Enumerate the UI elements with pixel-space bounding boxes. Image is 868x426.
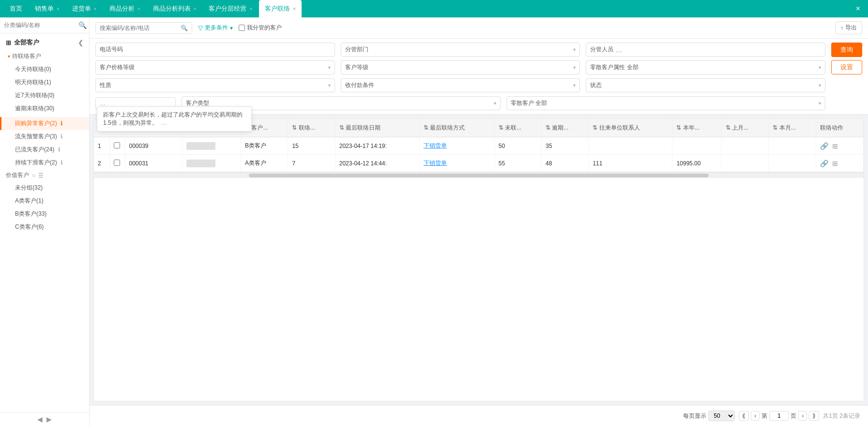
filter-panel: 电话号码 分管部门 ▾ 分管人员 … [90, 39, 868, 115]
scrollbar-thumb[interactable] [249, 174, 708, 177]
edit-icon[interactable]: ○ [32, 172, 35, 179]
sidebar-item-c-class[interactable]: C类客户(6) [0, 220, 89, 234]
nav-close-customer-tier[interactable]: × [249, 6, 252, 12]
my-customer-checkbox[interactable] [239, 25, 245, 31]
sidebar-item-unclassified[interactable]: 未分组(32) [0, 181, 89, 194]
sidebar-item-today[interactable]: 今天待联络(0) [0, 63, 89, 76]
export-button[interactable]: ↑ 导出 [835, 21, 862, 34]
content-area: 距客户上次交易时长，超过了此客户的平均交易周期的1.5倍，则视为异常。 … 🔍 … [90, 17, 868, 426]
search-input[interactable] [100, 25, 179, 31]
nav-item-home[interactable]: 首页 [4, 0, 28, 17]
td-last-contact-type-1[interactable]: 下销货单 [419, 137, 494, 155]
sidebar-collapse-btn[interactable]: ❮ [78, 39, 83, 46]
filter-retail-customer-chevron: ▾ [819, 101, 821, 106]
sidebar-all-customers[interactable]: ⊞ 全部客户 ❮ [0, 35, 89, 50]
nav-item-customer-contact[interactable]: 客户联络 × [259, 0, 302, 17]
th-last-contact-type[interactable]: ⇅ 最后联络方式 [419, 119, 494, 137]
total-info: 共1页 2条记录 [823, 412, 860, 420]
my-customer-wrap: 我分管的客户 [239, 24, 282, 32]
page-last-btn[interactable]: ⟫ [809, 411, 819, 421]
nav-close-analysis[interactable]: × [137, 6, 140, 12]
nav-item-purchase[interactable]: 进货单 × [66, 0, 103, 17]
filter-dept-label: 分管部门 [345, 45, 368, 54]
filter-btn[interactable]: ▽ 更多条件 ▾ [198, 24, 233, 32]
nav-close-main[interactable]: × [852, 4, 864, 13]
th-this-month[interactable]: ⇅ 本月... [769, 119, 816, 137]
filter-payment[interactable]: 收付款条件 ▾ [341, 78, 580, 92]
page-prev-btn[interactable]: ‹ [751, 411, 760, 421]
action-grid-icon-2[interactable]: ⊞ [832, 160, 838, 167]
filter-retail-attr[interactable]: 零散客户属性 全部 ▾ [586, 60, 825, 74]
nav-close-purchase[interactable]: × [94, 6, 97, 12]
sidebar-item-tomorrow[interactable]: 明天待联络(1) [0, 76, 89, 89]
sidebar-item-a-class[interactable]: A类客户(1) [0, 194, 89, 207]
top-nav: 首页 销售单 × 进货单 × 商品分析 × 商品分析列表 × 客户分层经营 × … [0, 0, 868, 17]
nav-close-analysis-list[interactable]: × [194, 6, 197, 12]
th-uncontacted[interactable]: ⇅ 未联... [494, 119, 541, 137]
sidebar-item-repurchase-anomaly-label: 回购异常客户(2) [15, 120, 57, 127]
filter-retail-customer[interactable]: 零散客户 全部 ▾ [506, 96, 825, 110]
sidebar-search-icon[interactable]: 🔍 [78, 21, 87, 29]
th-contact-person[interactable]: ⇅ 往来单位联系人 [589, 119, 672, 137]
filter-price-level[interactable]: 客户价格等级 ▾ [95, 60, 335, 74]
td-actions-1: 🔗 ⊞ [816, 137, 863, 155]
filter-customer-level[interactable]: 客户等级 ▾ [341, 60, 580, 74]
sidebar-item-churned[interactable]: 已流失客户(24) ℹ [0, 143, 89, 156]
td-last-contact-type-2[interactable]: 下销货单 [419, 155, 494, 172]
sidebar-item-c-class-label: C类客户(6) [15, 223, 44, 230]
manage-icon[interactable]: ☰ [38, 172, 44, 179]
th-overdue[interactable]: ⇅ 逾期... [542, 119, 589, 137]
settings-button[interactable]: 设置 [831, 60, 862, 74]
filter-nature[interactable]: 性质 ▾ [95, 78, 335, 92]
th-last-month[interactable]: ⇅ 上月... [721, 119, 768, 137]
sidebar-item-repurchase-anomaly[interactable]: 回购异常客户(2) ℹ [0, 117, 89, 130]
nav-close-sales[interactable]: × [57, 6, 60, 12]
search-icon-main[interactable]: 🔍 [181, 25, 188, 31]
page-next-btn[interactable]: › [798, 411, 807, 421]
sidebar-bottom: ◀ ▶ [0, 412, 89, 426]
sidebar-item-churn-warning[interactable]: 流失预警客户(3) ℹ [0, 130, 89, 143]
nav-item-customer-tier[interactable]: 客户分层经营 × [203, 0, 258, 17]
filter-customer-type-chevron: ▾ [494, 101, 496, 106]
horizontal-scrollbar[interactable] [94, 172, 864, 178]
action-link-icon-1[interactable]: 🔗 [820, 142, 828, 150]
action-link-icon-2[interactable]: 🔗 [820, 160, 828, 167]
sidebar-search-input[interactable] [4, 22, 76, 29]
export-label: 导出 [845, 24, 857, 32]
nav-label-customer-tier: 客户分层经营 [209, 4, 246, 13]
sidebar-item-overdue[interactable]: 逾期未联络(30) [0, 102, 89, 115]
page-first-btn[interactable]: ⟪ [739, 411, 749, 421]
sort-icon-contact-count: ⇅ [292, 124, 297, 131]
sidebar-item-b-class[interactable]: B类客户(33) [0, 207, 89, 220]
query-button[interactable]: 查询 [831, 43, 862, 57]
row-checkbox-1[interactable] [114, 142, 120, 148]
nav-close-customer-contact[interactable]: × [293, 6, 296, 12]
td-checkbox-1[interactable] [109, 137, 125, 155]
sidebar-bottom-left-arrow[interactable]: ◀ [37, 415, 43, 423]
sidebar-item-7days[interactable]: 近7天待联络(0) [0, 89, 89, 102]
filter-dept[interactable]: 分管部门 ▾ [341, 43, 580, 57]
th-last-contact-date[interactable]: ⇅ 最后联络日期 [335, 119, 419, 137]
pagination: 每页显示 50 20 100 ⟪ ‹ 第 页 › ⟫ 共1页 2条记录 [90, 405, 868, 426]
sidebar-item-declining[interactable]: 持续下滑客户(2) ℹ [0, 156, 89, 169]
nav-item-analysis-list[interactable]: 商品分析列表 × [147, 0, 202, 17]
td-overdue-2: 48 [542, 155, 589, 172]
filter-person[interactable]: 分管人员 … [586, 43, 825, 57]
th-contact-count[interactable]: ⇅ 联络... [288, 119, 335, 137]
action-grid-icon-1[interactable]: ⊞ [832, 142, 838, 150]
nav-item-sales[interactable]: 销售单 × [29, 0, 65, 17]
per-page-select[interactable]: 50 20 100 [708, 411, 735, 421]
th-this-year[interactable]: ⇅ 本年... [672, 119, 721, 137]
nav-item-analysis[interactable]: 商品分析 × [104, 0, 146, 17]
current-page-input[interactable] [769, 411, 789, 421]
sidebar-bottom-right-arrow[interactable]: ▶ [46, 415, 52, 423]
sort-icon-date: ⇅ [339, 124, 344, 131]
filter-person-dots[interactable]: … [615, 46, 622, 54]
td-checkbox-2[interactable] [109, 155, 125, 172]
filter-phone[interactable]: 电话号码 [95, 43, 335, 57]
sidebar-section-pending: ▾ 待联络客户 今天待联络(0) 明天待联络(1) 近7天待联络(0) 逾期未联… [0, 50, 89, 115]
td-contact-person-1 [589, 137, 672, 155]
sidebar-section-title-pending[interactable]: ▾ 待联络客户 [0, 50, 89, 63]
filter-status[interactable]: 状态 ▾ [586, 78, 825, 92]
row-checkbox-2[interactable] [114, 160, 120, 166]
